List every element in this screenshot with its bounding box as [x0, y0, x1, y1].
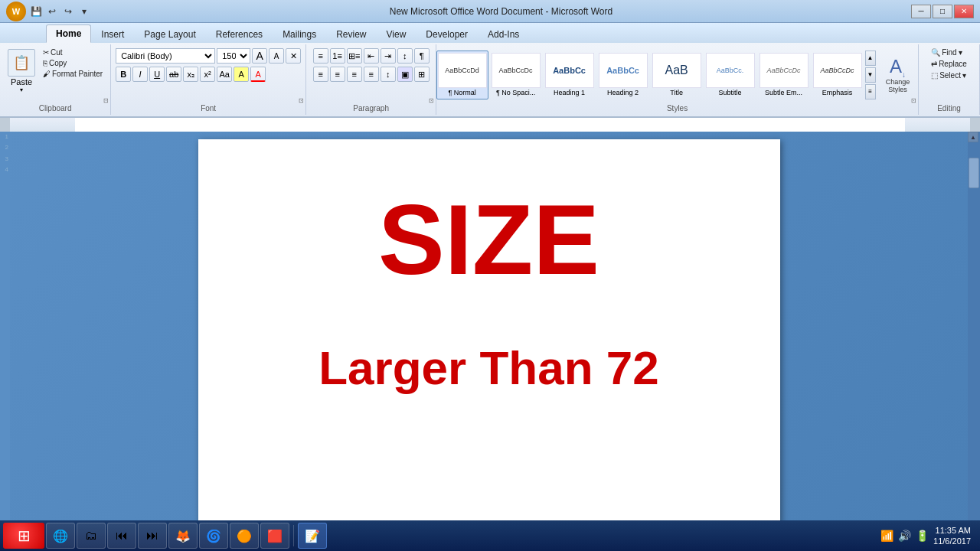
style-subtitle[interactable]: AaBbCc. Subtitle — [704, 51, 756, 99]
tab-references[interactable]: References — [206, 25, 273, 43]
styles-scroll-more[interactable]: ≡ — [865, 84, 876, 99]
ruler-left-margin — [0, 118, 10, 132]
show-paragraph-button[interactable]: ¶ — [414, 48, 430, 64]
shrink-font-button[interactable]: A — [269, 48, 284, 64]
qa-dropdown-button[interactable]: ▾ — [77, 5, 91, 18]
numbered-list-button[interactable]: 1≡ — [330, 48, 345, 64]
style-heading1[interactable]: AaBbCc Heading 1 — [544, 51, 596, 99]
editing-group-label: Editing — [934, 103, 964, 113]
taskbar-chrome-button[interactable]: 🌀 — [199, 523, 228, 549]
strikethrough-button[interactable]: ab — [166, 67, 181, 82]
right-scrollbar[interactable]: ▲ ▼ — [968, 132, 980, 531]
replace-button[interactable]: ⇄ Replace — [928, 59, 970, 69]
bullet-list-button[interactable]: ≡ — [313, 48, 328, 64]
change-case-button[interactable]: Aa — [217, 67, 232, 82]
styles-expand-icon[interactable]: ⊡ — [911, 97, 916, 104]
paragraph-expand-icon[interactable]: ⊡ — [429, 97, 434, 104]
style-no-spacing[interactable]: AaBbCcDc ¶ No Spaci... — [490, 51, 542, 99]
taskbar-app2-button[interactable]: 🟥 — [260, 523, 289, 549]
style-emphasis[interactable]: AaBbCcDc Emphasis — [812, 51, 864, 99]
app1-icon: 🟠 — [237, 529, 252, 543]
tab-developer[interactable]: Developer — [416, 25, 478, 43]
font-size-select[interactable]: 150 — [217, 48, 250, 64]
taskbar-word-button[interactable]: 📝 — [298, 523, 327, 549]
start-button[interactable]: ⊞ — [3, 523, 44, 549]
styles-scroll-down[interactable]: ▼ — [865, 67, 876, 83]
style-normal[interactable]: AaBbCcDd ¶ Normal — [436, 51, 488, 99]
increase-indent-button[interactable]: ⇥ — [381, 48, 396, 64]
clipboard-expand-icon[interactable]: ⊡ — [103, 97, 109, 104]
format-painter-button[interactable]: 🖌 Format Painter — [40, 69, 106, 79]
word-icon: 📝 — [305, 529, 320, 543]
align-right-button[interactable]: ≡ — [347, 67, 362, 82]
justify-button[interactable]: ≡ — [364, 67, 379, 82]
tab-view[interactable]: View — [377, 25, 416, 43]
subscript-button[interactable]: x₂ — [183, 67, 198, 82]
editing-group: 🔍 Find ▾ ⇄ Replace ⬚ Select ▾ Editing — [919, 44, 980, 115]
style-heading2-label: Heading 2 — [607, 89, 639, 96]
minimize-button[interactable]: ─ — [911, 5, 931, 18]
style-heading1-label: Heading 1 — [554, 89, 585, 96]
title-bar-left: W 💾 ↩ ↪ ▾ — [6, 2, 91, 21]
ribbon-content: 📋 Paste ▾ ✂ Cut ⎘ Copy 🖌 Format Painter … — [0, 43, 980, 118]
tab-page-layout[interactable]: Page Layout — [134, 25, 205, 43]
close-button[interactable]: ✕ — [954, 5, 974, 18]
font-format-row: B I U ab x₂ x² Aa A A — [116, 67, 266, 82]
border-button[interactable]: ⊞ — [414, 67, 430, 82]
clock-time: 11:35 AM — [933, 525, 971, 536]
copy-button[interactable]: ⎘ Copy — [40, 58, 106, 68]
undo-qa-button[interactable]: ↩ — [45, 5, 59, 18]
ribbon-tabs: Home Insert Page Layout References Maili… — [0, 23, 980, 43]
taskbar-ie-button[interactable]: 🌐 — [46, 523, 75, 549]
style-subtle-em[interactable]: AaBbCcDc Subtle Em... — [758, 51, 810, 99]
select-button[interactable]: ⬚ Select ▾ — [928, 70, 969, 80]
line-spacing-button[interactable]: ↕ — [381, 67, 396, 82]
sort-button[interactable]: ↕ — [397, 48, 413, 64]
maximize-button[interactable]: □ — [933, 5, 952, 18]
taskbar-explorer-button[interactable]: 🗂 — [77, 523, 106, 549]
italic-button[interactable]: I — [132, 67, 148, 82]
taskbar-app1-button[interactable]: 🟠 — [230, 523, 259, 549]
scroll-up-arrow[interactable]: ▲ — [968, 132, 978, 142]
find-button[interactable]: 🔍 Find ▾ — [928, 47, 965, 57]
font-name-select[interactable]: Calibri (Body) — [116, 48, 215, 64]
save-qa-button[interactable]: 💾 — [29, 5, 43, 18]
office-button[interactable]: W — [6, 2, 26, 21]
decrease-indent-button[interactable]: ⇤ — [364, 48, 379, 64]
redo-qa-button[interactable]: ↪ — [61, 5, 75, 18]
start-icon: ⊞ — [18, 527, 31, 545]
change-styles-button[interactable]: A↓ Change Styles — [877, 53, 919, 97]
style-heading2[interactable]: AaBbCc Heading 2 — [597, 51, 649, 99]
styles-scroll-up[interactable]: ▲ — [865, 51, 876, 66]
align-center-button[interactable]: ≡ — [330, 67, 345, 82]
highlight-button[interactable]: A — [234, 67, 249, 82]
tab-review[interactable]: Review — [326, 25, 376, 43]
tab-add-ins[interactable]: Add-Ins — [478, 25, 529, 43]
paragraph-group-label: Paragraph — [350, 103, 392, 113]
taskbar-media-button[interactable]: ⏮ — [107, 523, 136, 549]
taskbar-firefox-button[interactable]: 🦊 — [168, 523, 198, 549]
font-expand-icon[interactable]: ⊡ — [299, 97, 304, 104]
multilevel-list-button[interactable]: ⊞≡ — [347, 48, 362, 64]
cut-button[interactable]: ✂ Cut — [40, 47, 106, 57]
ie-icon: 🌐 — [53, 529, 68, 543]
grow-font-button[interactable]: A — [252, 48, 267, 64]
font-color-button[interactable]: A — [250, 67, 266, 82]
taskbar-media2-button[interactable]: ⏭ — [138, 523, 167, 549]
tab-mailings[interactable]: Mailings — [273, 25, 326, 43]
style-title[interactable]: AaB Title — [651, 51, 703, 99]
superscript-button[interactable]: x² — [200, 67, 215, 82]
paste-button[interactable]: 📋 Paste ▾ — [5, 47, 38, 95]
align-left-button[interactable]: ≡ — [313, 67, 328, 82]
scroll-area[interactable]: SIZE Larger Than 72 — [10, 132, 968, 531]
paragraph-list-row: ≡ 1≡ ⊞≡ ⇤ ⇥ ↕ ¶ — [313, 48, 430, 64]
bold-button[interactable]: B — [116, 67, 131, 82]
tab-insert[interactable]: Insert — [91, 25, 134, 43]
scrollbar-thumb[interactable] — [969, 158, 979, 188]
paste-dropdown-arrow[interactable]: ▾ — [20, 86, 23, 93]
shading-button[interactable]: ▣ — [397, 67, 413, 82]
content-area: 1 2 3 4 SIZE Larger Than 72 ▲ ▼ — [0, 132, 980, 531]
tab-home[interactable]: Home — [46, 24, 91, 43]
underline-button[interactable]: U — [149, 67, 165, 82]
clear-format-button[interactable]: ✕ — [286, 48, 301, 64]
